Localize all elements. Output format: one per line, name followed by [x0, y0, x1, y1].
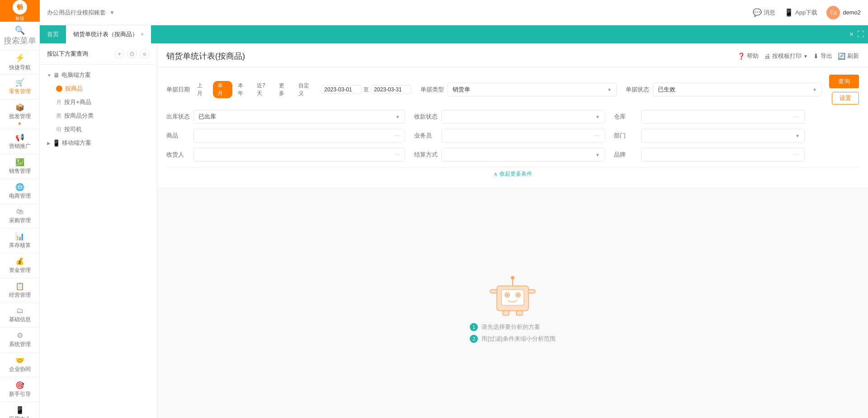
tab-sales-stat[interactable]: 销货单统计表（按商品） ×: [66, 25, 151, 43]
sidebar-item-newbie[interactable]: 🎯 新手引导: [0, 377, 39, 402]
collapse-button[interactable]: ∧ 收起更多条件: [494, 170, 532, 178]
date-tab-more[interactable]: 更多: [275, 81, 293, 98]
message-icon: 💬: [753, 8, 762, 17]
doc-status-value: 已生效: [658, 86, 675, 94]
date-from-input[interactable]: [321, 85, 362, 94]
scheme-by-product[interactable]: 按商品: [49, 82, 157, 95]
settings-button[interactable]: 设置: [832, 92, 859, 104]
scheme-product-category[interactable]: 类 按商品分类: [49, 109, 157, 123]
receiver-dots[interactable]: ···: [394, 151, 400, 159]
quick-nav-label: 快捷导航: [9, 64, 31, 71]
product-category-label: 按商品分类: [64, 112, 94, 120]
scheme-month-product[interactable]: 月 按月+商品: [49, 95, 157, 109]
warehouse-input[interactable]: ···: [641, 110, 805, 124]
sidebar-item-ecommerce[interactable]: 🌐 电商管理: [0, 179, 39, 204]
settlement-control: ▼: [441, 148, 605, 162]
export-button[interactable]: ⬇ 导出: [813, 52, 832, 60]
sidebar: 畅 标版 🔍 搜索菜单 ⚡ 快捷导航 🛒 零售管理 📦 批发管理 ▲ 📢 营销推…: [0, 0, 40, 418]
retail-icon: 🛒: [15, 78, 24, 87]
date-to-input[interactable]: [371, 85, 411, 94]
app-title-dropdown[interactable]: ▼: [109, 10, 115, 16]
sidebar-item-sales[interactable]: 💹 销售管理: [0, 154, 39, 179]
sidebar-item-enterprise[interactable]: 🤝 企业协同: [0, 352, 39, 377]
sidebar-item-retail[interactable]: 🛒 零售管理: [0, 74, 39, 99]
warehouse-label: 仓库: [614, 113, 641, 121]
sidebar-item-wholesale[interactable]: 📦 批发管理 ▲: [0, 99, 39, 129]
tab-home[interactable]: 首页: [40, 25, 66, 43]
doc-status-dropdown[interactable]: 已生效 ▼: [653, 83, 822, 96]
salesperson-input[interactable]: ···: [441, 129, 605, 142]
payment-status-dropdown[interactable]: ▼: [441, 110, 605, 124]
tab-close-button[interactable]: ×: [141, 31, 144, 38]
print-icon: 🖨: [764, 52, 770, 60]
settlement-dropdown[interactable]: ▼: [441, 148, 605, 162]
help-button[interactable]: ❓ 帮助: [737, 52, 759, 60]
message-label: 消息: [764, 9, 775, 17]
print-button[interactable]: 🖨 按模板打印 ▼: [764, 52, 808, 60]
dept-arrow: ▼: [795, 133, 800, 138]
filter-area: 单据日期 上月 本月 本年 近7天 更多 自定义: [157, 67, 868, 188]
marketing-icon: 📢: [15, 133, 24, 142]
sidebar-item-inventory[interactable]: 📊 库存核算: [0, 228, 39, 253]
dept-dropdown[interactable]: ▼: [641, 129, 805, 142]
filter-row-4: 收货人 ··· 结算方式 ▼: [166, 148, 859, 162]
user-name: demo2: [843, 9, 861, 16]
warehouse-dots[interactable]: ···: [794, 113, 800, 121]
search-menu[interactable]: 🔍 搜索菜单: [0, 22, 39, 50]
sidebar-item-base[interactable]: 🗂 基础信息: [0, 303, 39, 327]
sidebar-item-system[interactable]: ⚙ 系统管理: [0, 327, 39, 352]
product-input[interactable]: ···: [193, 129, 405, 142]
quick-nav[interactable]: ⚡ 快捷导航: [0, 50, 39, 74]
refresh-icon: 🔄: [838, 52, 845, 60]
filter-settlement: 结算方式 ▼: [414, 148, 605, 162]
add-scheme-button[interactable]: +: [114, 49, 124, 59]
date-tab-this-year[interactable]: 本年: [234, 81, 252, 98]
tree-item-mobile[interactable]: ▶ 📱 移动端方案: [40, 136, 157, 150]
sidebar-item-marketing[interactable]: 📢 营销推广: [0, 129, 39, 154]
doc-type-label: 单据类型: [420, 86, 448, 94]
salesperson-dots[interactable]: ···: [594, 132, 600, 140]
sidebar-item-apps[interactable]: 📱 应用中心: [0, 402, 39, 418]
filter-row-3: 商品 ··· 业务员 ···: [166, 129, 859, 142]
topbar: 办公用品行业模拟账套 ▼ 💬 消息 📱 App下载 Ea demo2: [40, 0, 868, 25]
settings-scheme-button[interactable]: ⊙: [127, 49, 137, 59]
date-tab-custom[interactable]: 自定义: [295, 81, 317, 98]
receiver-input[interactable]: ···: [193, 148, 405, 162]
tab-expand-button[interactable]: ⛶: [857, 30, 864, 38]
filter-date: 单据日期 上月 本月 本年 近7天 更多 自定义: [166, 81, 411, 98]
date-tab-7days[interactable]: 近7天: [253, 81, 274, 98]
user-avatar: Ea: [826, 6, 840, 19]
tab-close-all-button[interactable]: ×: [849, 30, 854, 38]
out-status-label: 出库状态: [166, 113, 193, 121]
out-status-dropdown[interactable]: 已出库 ▼: [193, 110, 405, 124]
doc-type-dropdown[interactable]: 销货单 ▼: [448, 83, 617, 96]
date-tab-this-month[interactable]: 本月: [213, 81, 232, 98]
salesperson-control: ···: [441, 129, 605, 142]
query-button[interactable]: 查询: [829, 75, 859, 88]
apps-icon: 📱: [15, 406, 24, 414]
app-logo[interactable]: 畅 标版: [0, 0, 40, 22]
app-download-button[interactable]: 📱 App下载: [784, 8, 817, 17]
filter-out-status: 出库状态 已出库 ▼: [166, 110, 405, 124]
brand-input[interactable]: ···: [641, 148, 805, 162]
marketing-label: 营销推广: [9, 142, 31, 150]
message-button[interactable]: 💬 消息: [753, 8, 775, 17]
date-tab-prev-month[interactable]: 上月: [193, 81, 211, 98]
tree-item-pc[interactable]: ▼ 🖥 电脑端方案: [40, 68, 157, 82]
main-container: 办公用品行业模拟账套 ▼ 💬 消息 📱 App下载 Ea demo2 首页 销货…: [40, 0, 868, 418]
collapse-panel-button[interactable]: «: [140, 49, 150, 59]
refresh-button[interactable]: 🔄 刷新: [838, 52, 859, 60]
brand-dots[interactable]: ···: [794, 151, 800, 159]
scheme-by-warehouse[interactable]: 司 按司机: [49, 123, 157, 136]
product-dots[interactable]: ···: [394, 132, 400, 140]
sidebar-item-operations[interactable]: 📋 经营管理: [0, 278, 39, 303]
user-menu[interactable]: Ea demo2: [826, 6, 861, 19]
scheme-tree: ▼ 🖥 电脑端方案 按商品 月 按月+商品 类 按商品分类: [40, 65, 157, 153]
date-tabs: 上月 本月 本年 近7天 更多 自定义: [193, 81, 317, 98]
system-icon: ⚙: [17, 331, 23, 340]
sidebar-item-finance[interactable]: 💰 资金管理: [0, 253, 39, 278]
by-product-label: 按商品: [65, 85, 83, 93]
svg-rect-10: [503, 311, 509, 315]
page-header-actions: ❓ 帮助 🖨 按模板打印 ▼ ⬇ 导出 🔄 刷新: [737, 52, 859, 60]
sidebar-item-purchase[interactable]: 🛍 采购管理: [0, 204, 39, 228]
